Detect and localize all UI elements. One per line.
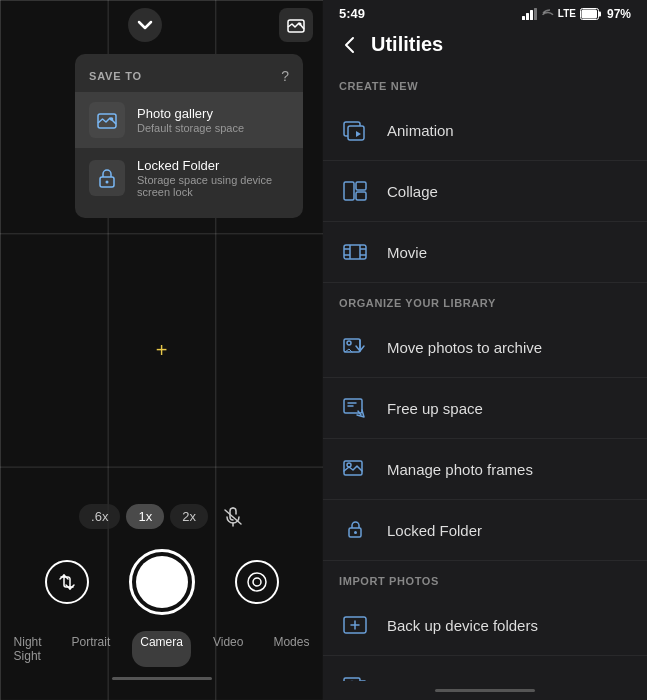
- mode-portrait[interactable]: Portrait: [64, 631, 119, 667]
- save-to-label: SAVE TO: [89, 70, 142, 82]
- camera-modes: Night Sight Portrait Camera Video Modes: [0, 631, 323, 667]
- locked-folder-label: Locked Folder: [387, 522, 482, 539]
- svg-point-6: [248, 573, 266, 591]
- svg-rect-13: [598, 11, 601, 16]
- svg-rect-19: [356, 192, 366, 200]
- save-to-dropdown: SAVE TO ? Photo gallery Default storage …: [75, 54, 303, 218]
- camera-bottom: .6x 1x 2x: [0, 504, 323, 700]
- collage-label: Collage: [387, 183, 438, 200]
- archive-label: Move photos to archive: [387, 339, 542, 356]
- photo-frames-icon: [339, 453, 371, 485]
- gallery-option-title: Photo gallery: [137, 106, 244, 121]
- audio-off-icon[interactable]: [222, 507, 244, 527]
- mode-modes[interactable]: Modes: [265, 631, 317, 667]
- zoom-2x[interactable]: 2x: [170, 504, 208, 529]
- svg-rect-17: [344, 182, 354, 200]
- status-time: 5:49: [339, 6, 365, 21]
- svg-rect-11: [534, 8, 537, 20]
- section-label-import: IMPORT PHOTOS: [323, 561, 647, 595]
- locked-folder-icon: [339, 514, 371, 546]
- utility-collage[interactable]: Collage: [323, 161, 647, 222]
- locked-option-icon: [89, 160, 125, 196]
- status-bar: 5:49 LTE: [323, 0, 647, 25]
- collage-icon: [339, 175, 371, 207]
- signal-icon: [522, 8, 538, 20]
- svg-point-3: [110, 117, 114, 121]
- movie-label: Movie: [387, 244, 427, 261]
- photoscan-label: Scan photos with PhotoScan: [387, 678, 579, 682]
- battery-icon: [580, 8, 602, 20]
- svg-point-28: [347, 341, 351, 345]
- locked-option-text: Locked Folder Storage space using device…: [137, 158, 289, 198]
- utility-photo-frames[interactable]: Manage photo frames: [323, 439, 647, 500]
- photo-gallery-icon: [97, 111, 117, 129]
- svg-rect-20: [344, 245, 366, 259]
- backup-svg: [342, 612, 368, 638]
- bottom-indicator-right: [435, 689, 535, 692]
- utility-archive[interactable]: Move photos to archive: [323, 317, 647, 378]
- utilities-title: Utilities: [371, 33, 443, 56]
- zoom-1x[interactable]: 1x: [126, 504, 164, 529]
- section-label-create: CREATE NEW: [323, 66, 647, 100]
- gallery-button[interactable]: [279, 8, 313, 42]
- photoscan-icon: [339, 670, 371, 681]
- free-space-svg: [342, 395, 368, 421]
- free-space-icon: [339, 392, 371, 424]
- help-icon[interactable]: ?: [281, 68, 289, 84]
- mode-camera[interactable]: Camera: [132, 631, 191, 667]
- svg-rect-27: [344, 339, 360, 352]
- gallery-option-text: Photo gallery Default storage space: [137, 106, 244, 134]
- gallery-icon: [287, 17, 305, 33]
- archive-svg: [342, 334, 368, 360]
- svg-rect-8: [522, 16, 525, 20]
- gallery-option-icon: [89, 102, 125, 138]
- utility-free-space[interactable]: Free up space: [323, 378, 647, 439]
- svg-point-31: [347, 463, 351, 467]
- mode-night-sight[interactable]: Night Sight: [6, 631, 50, 667]
- focus-crosshair: +: [156, 340, 168, 360]
- backup-label: Back up device folders: [387, 617, 538, 634]
- section-label-organize: ORGANIZE YOUR LIBRARY: [323, 283, 647, 317]
- shutter-inner: [136, 556, 188, 608]
- svg-point-5: [106, 181, 109, 184]
- utility-locked-folder[interactable]: Locked Folder: [323, 500, 647, 561]
- save-to-header: SAVE TO ?: [75, 64, 303, 92]
- utility-animation[interactable]: Animation: [323, 100, 647, 161]
- zoom-06x[interactable]: .6x: [79, 504, 120, 529]
- lock-icon: [98, 168, 116, 188]
- camera-down-button[interactable]: [128, 8, 162, 42]
- movie-svg: [342, 239, 368, 265]
- backup-icon: [339, 609, 371, 641]
- switch-camera-icon: [246, 571, 268, 593]
- utility-backup[interactable]: Back up device folders: [323, 595, 647, 656]
- utilities-header: Utilities: [323, 25, 647, 66]
- zoom-controls: .6x 1x 2x: [0, 504, 323, 529]
- shutter-row: [0, 549, 323, 615]
- utilities-content: CREATE NEW Animation Collage: [323, 66, 647, 681]
- back-button[interactable]: [339, 34, 361, 56]
- svg-point-1: [299, 23, 302, 26]
- status-icons: LTE: [522, 8, 602, 20]
- back-icon: [339, 34, 361, 56]
- mode-video[interactable]: Video: [205, 631, 251, 667]
- photo-frames-svg: [342, 456, 368, 482]
- save-option-locked[interactable]: Locked Folder Storage space using device…: [75, 148, 303, 208]
- camera-flip-button[interactable]: [45, 560, 89, 604]
- svg-point-33: [354, 531, 357, 534]
- photo-frames-label: Manage photo frames: [387, 461, 533, 478]
- movie-icon: [339, 236, 371, 268]
- animation-svg: [342, 117, 368, 143]
- utility-movie[interactable]: Movie: [323, 222, 647, 283]
- camera-panel: + SAVE TO ?: [0, 0, 323, 700]
- camera-top-bar: [0, 8, 323, 42]
- status-right: LTE 97%: [522, 7, 631, 21]
- svg-rect-9: [526, 13, 529, 20]
- battery-percentage: 97%: [607, 7, 631, 21]
- locked-option-subtitle: Storage space using device screen lock: [137, 174, 289, 198]
- utility-photoscan[interactable]: Scan photos with PhotoScan: [323, 656, 647, 681]
- locked-folder-svg: [342, 517, 368, 543]
- shutter-button[interactable]: [129, 549, 195, 615]
- switch-camera-button[interactable]: [235, 560, 279, 604]
- animation-icon: [339, 114, 371, 146]
- save-option-gallery[interactable]: Photo gallery Default storage space: [75, 92, 303, 148]
